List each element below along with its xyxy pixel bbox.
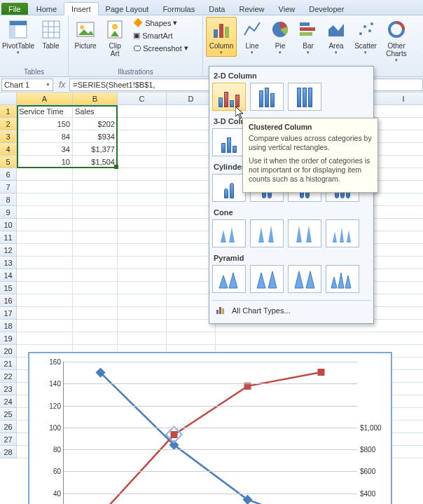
cell[interactable] bbox=[17, 320, 73, 332]
row-header[interactable]: 9 bbox=[0, 206, 17, 219]
cell[interactable]: $1,504 bbox=[73, 156, 118, 168]
cell[interactable] bbox=[73, 307, 118, 320]
cell[interactable]: Sales bbox=[73, 105, 118, 118]
cell[interactable]: $202 bbox=[73, 118, 118, 130]
cell[interactable] bbox=[73, 206, 118, 219]
smartart-button[interactable]: ▣SmartArt bbox=[130, 29, 200, 41]
cell[interactable] bbox=[17, 257, 73, 269]
cell[interactable] bbox=[118, 244, 167, 257]
row-header[interactable]: 13 bbox=[0, 257, 17, 269]
row-header[interactable]: 3 bbox=[0, 130, 17, 143]
cell[interactable] bbox=[73, 231, 118, 244]
bar-chart-button[interactable]: Bar▾ bbox=[296, 17, 321, 57]
100-stacked-column-2d[interactable] bbox=[288, 83, 321, 111]
row-header[interactable]: 5 bbox=[0, 156, 17, 168]
cell[interactable] bbox=[17, 332, 73, 345]
cell[interactable] bbox=[118, 105, 167, 118]
table-button[interactable]: Table bbox=[36, 17, 65, 51]
pivottable-button[interactable]: PivotTable▾ bbox=[3, 17, 34, 57]
cell[interactable] bbox=[17, 269, 73, 282]
cell[interactable]: $1,377 bbox=[73, 143, 118, 156]
cell[interactable] bbox=[73, 168, 118, 181]
cell[interactable] bbox=[118, 269, 167, 282]
row-header[interactable]: 15 bbox=[0, 282, 17, 294]
cell[interactable] bbox=[118, 332, 167, 345]
row-header[interactable]: 24 bbox=[0, 395, 17, 408]
row-header[interactable]: 10 bbox=[0, 219, 17, 231]
stacked-cone[interactable] bbox=[250, 219, 284, 247]
row-header[interactable]: 22 bbox=[0, 370, 17, 383]
cell[interactable] bbox=[73, 193, 118, 206]
cell[interactable] bbox=[118, 130, 167, 143]
cell[interactable] bbox=[167, 332, 216, 345]
tab-data[interactable]: Data bbox=[202, 3, 232, 15]
cell[interactable] bbox=[118, 193, 167, 206]
cell[interactable]: Service Time bbox=[17, 105, 73, 118]
pie-chart-button[interactable]: Pie▾ bbox=[268, 17, 293, 57]
row-header[interactable]: 21 bbox=[0, 357, 17, 370]
cell[interactable] bbox=[118, 143, 167, 156]
clustered-pyramid[interactable] bbox=[212, 265, 246, 293]
100-stacked-cone[interactable] bbox=[288, 219, 321, 247]
clipart-button[interactable]: Clip Art bbox=[102, 17, 127, 59]
line-chart-button[interactable]: Line▾ bbox=[240, 17, 265, 57]
tab-view[interactable]: View bbox=[272, 3, 303, 15]
cell[interactable] bbox=[17, 244, 73, 257]
other-charts-button[interactable]: Other Charts▾ bbox=[382, 17, 410, 64]
clustered-cylinder[interactable] bbox=[212, 174, 246, 202]
row-header[interactable]: 11 bbox=[0, 231, 17, 244]
cell[interactable] bbox=[73, 294, 118, 307]
cell[interactable] bbox=[118, 282, 167, 294]
cell[interactable] bbox=[118, 307, 167, 320]
row-header[interactable]: 7 bbox=[0, 181, 17, 193]
shapes-button[interactable]: 🔶Shapes ▾ bbox=[130, 17, 200, 29]
cell[interactable] bbox=[73, 244, 118, 257]
tab-home[interactable]: Home bbox=[29, 3, 64, 15]
cell[interactable] bbox=[17, 219, 73, 231]
cone-3d[interactable] bbox=[326, 219, 359, 247]
cell[interactable] bbox=[73, 269, 118, 282]
col-header-I[interactable]: I bbox=[384, 93, 423, 105]
100-stacked-pyramid[interactable] bbox=[288, 265, 321, 293]
row-header[interactable]: 12 bbox=[0, 244, 17, 257]
screenshot-button[interactable]: 🖵Screenshot ▾ bbox=[130, 42, 200, 54]
col-header-C[interactable]: C bbox=[118, 93, 167, 105]
row-header[interactable]: 4 bbox=[0, 143, 17, 156]
scatter-chart-button[interactable]: Scatter▾ bbox=[352, 17, 380, 57]
row-header[interactable]: 27 bbox=[0, 433, 17, 446]
cell[interactable] bbox=[118, 219, 167, 231]
embedded-chart[interactable]: 020406080100120140160$0$200$400$600$800$… bbox=[28, 352, 392, 504]
row-header[interactable]: 6 bbox=[0, 168, 17, 181]
row-header[interactable]: 17 bbox=[0, 307, 17, 320]
tab-review[interactable]: Review bbox=[232, 3, 271, 15]
cell[interactable] bbox=[118, 257, 167, 269]
tab-file[interactable]: File bbox=[1, 3, 28, 15]
clustered-cone[interactable] bbox=[212, 219, 246, 247]
cell[interactable] bbox=[17, 193, 73, 206]
cell[interactable] bbox=[73, 332, 118, 345]
row-header[interactable]: 25 bbox=[0, 408, 17, 421]
cell[interactable] bbox=[118, 206, 167, 219]
picture-button[interactable]: Picture bbox=[71, 17, 99, 51]
cell[interactable] bbox=[118, 168, 167, 181]
stacked-pyramid[interactable] bbox=[250, 265, 284, 293]
clustered-column-2d[interactable] bbox=[212, 83, 246, 111]
cell[interactable] bbox=[118, 181, 167, 193]
row-header[interactable]: 18 bbox=[0, 320, 17, 332]
cell[interactable] bbox=[73, 181, 118, 193]
cell[interactable] bbox=[17, 294, 73, 307]
cell[interactable]: $934 bbox=[73, 130, 118, 143]
cell[interactable] bbox=[73, 257, 118, 269]
tab-insert[interactable]: Insert bbox=[64, 2, 99, 15]
cell[interactable] bbox=[17, 206, 73, 219]
cell[interactable] bbox=[73, 282, 118, 294]
name-box[interactable]: Chart 1▼ bbox=[1, 79, 53, 91]
cell[interactable] bbox=[118, 294, 167, 307]
stacked-column-2d[interactable] bbox=[250, 83, 284, 111]
row-header[interactable]: 16 bbox=[0, 294, 17, 307]
cell[interactable] bbox=[17, 231, 73, 244]
row-header[interactable]: 23 bbox=[0, 383, 17, 395]
tab-formulas[interactable]: Formulas bbox=[155, 3, 202, 15]
cell[interactable] bbox=[17, 307, 73, 320]
cell[interactable] bbox=[118, 231, 167, 244]
